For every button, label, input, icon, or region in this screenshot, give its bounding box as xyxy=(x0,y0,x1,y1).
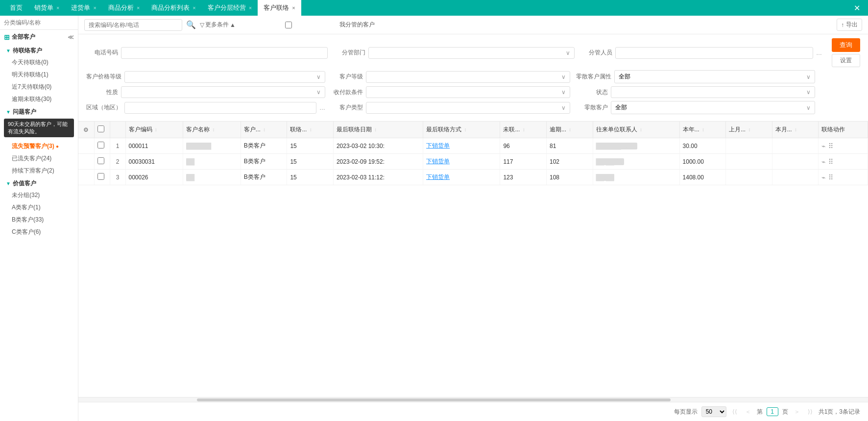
sidebar-item[interactable]: 流失预警客户(3) ● xyxy=(0,140,78,152)
sidebar-item[interactable]: B类客户(33) xyxy=(0,214,78,226)
customer-level-select[interactable]: ∨ xyxy=(366,71,570,83)
status-select[interactable]: ∨ xyxy=(611,86,815,98)
this-month-col-header[interactable]: 本月... ↕ xyxy=(772,122,819,138)
retail-customer-select[interactable]: 全部∨ xyxy=(611,101,815,114)
action-menu-icon[interactable]: ⠿ xyxy=(828,158,833,166)
nature-select[interactable]: ∨ xyxy=(121,86,325,98)
prev-page-button[interactable]: ＜ xyxy=(743,407,753,417)
table-body: 1 000011 ██████ B类客户 15 2023-03-02 10:30… xyxy=(78,138,868,185)
my-customers-check[interactable] xyxy=(240,22,338,28)
sidebar-item[interactable]: 已流失客户(24) xyxy=(0,152,78,165)
tab-close-icon[interactable]: × xyxy=(137,5,140,11)
settings-button[interactable]: 设置 xyxy=(832,54,860,67)
filter-field-phone: 电话号码 xyxy=(86,47,328,59)
action-link-icon[interactable]: ⌁ xyxy=(821,173,825,181)
sidebar-section-title-0[interactable]: ▼待联络客户 xyxy=(0,44,78,56)
per-page-select[interactable]: 50 100 200 xyxy=(701,406,726,417)
sidebar-item[interactable]: 近7天待联络(0) xyxy=(0,81,78,93)
query-button[interactable]: 查询 xyxy=(832,38,860,52)
tab-close-icon[interactable]: × xyxy=(93,5,96,11)
row-settings[interactable] xyxy=(78,170,94,185)
price-level-select[interactable]: ∨ xyxy=(124,71,325,83)
next-page-button[interactable]: ＞ xyxy=(792,407,802,417)
filter-icon: ▽ xyxy=(200,22,204,28)
row-checkbox[interactable] xyxy=(97,157,104,164)
unit-contact-col-header[interactable]: 往来单位联系人 ↕ xyxy=(593,122,679,138)
sidebar-section-title-2[interactable]: ▼价值客户 xyxy=(0,177,78,189)
row-last-method[interactable]: 下销货单 xyxy=(423,170,500,185)
region-dots[interactable]: … xyxy=(319,104,325,111)
tab-close-icon[interactable]: × xyxy=(249,5,252,11)
sidebar-section-title-1[interactable]: ▼问题客户 xyxy=(0,105,78,118)
scroll-thumb[interactable] xyxy=(197,398,671,401)
row-num: 1 xyxy=(110,138,125,154)
customer-type-select[interactable]: ∨ xyxy=(366,102,570,114)
last-date-col-header[interactable]: 最后联络日期 ↕ xyxy=(333,122,423,138)
overdue-col-header[interactable]: 逾期... ↕ xyxy=(546,122,593,138)
close-button[interactable]: ✕ xyxy=(850,3,864,13)
sidebar-search-input[interactable] xyxy=(4,19,77,26)
person-dots[interactable]: … xyxy=(816,50,822,56)
action-link-icon[interactable]: ⌁ xyxy=(821,142,825,150)
row-settings[interactable] xyxy=(78,154,94,170)
contact-col-header[interactable]: 联络... ↕ xyxy=(287,122,334,138)
all-customers-header[interactable]: ⊞ 全部客户 ≪ xyxy=(0,30,78,44)
code-col-header[interactable]: 客户编码 ↕ xyxy=(125,122,183,138)
section-tooltip: 90天未交易的客户，可能有流失风险。 xyxy=(4,119,74,137)
row-last-month xyxy=(726,138,772,154)
phone-input[interactable] xyxy=(121,47,328,59)
arrow-icon: ▼ xyxy=(6,48,11,53)
row-checkbox[interactable] xyxy=(97,173,104,180)
select-all-checkbox[interactable] xyxy=(97,125,104,132)
region-input[interactable] xyxy=(124,102,316,114)
nav-tab[interactable]: 商品分析× xyxy=(102,0,145,16)
sidebar-item[interactable]: 逾期未联络(30) xyxy=(0,93,78,105)
table-container: ⚙ 客户编码 ↕ 客户名称 ↕ 客户... ↕ 联络... ↕ 最后联络日期 ↕… xyxy=(78,122,868,397)
sidebar-item[interactable]: 明天待联络(1) xyxy=(0,69,78,81)
type-col-header[interactable]: 客户... ↕ xyxy=(241,122,287,138)
nav-tab[interactable]: 商品分析列表× xyxy=(145,0,201,16)
dept-select[interactable]: ∨ xyxy=(368,47,575,59)
first-page-button[interactable]: ⟨⟨ xyxy=(730,407,739,416)
nav-tab[interactable]: 销货单× xyxy=(28,0,65,16)
table-row: 1 000011 ██████ B类客户 15 2023-03-02 10:30… xyxy=(78,138,868,154)
row-last-method[interactable]: 下销货单 xyxy=(423,138,500,154)
sidebar-item[interactable]: 今天待联络(0) xyxy=(0,56,78,69)
last-method-col-header[interactable]: 最后联络方式 ↕ xyxy=(423,122,500,138)
tab-close-icon[interactable]: × xyxy=(56,5,59,11)
settings-col-header[interactable]: ⚙ xyxy=(78,122,94,138)
nav-tab[interactable]: 进货单× xyxy=(65,0,102,16)
my-customers-checkbox[interactable]: 我分管的客户 xyxy=(240,21,375,29)
retail-attr-select[interactable]: 全部∨ xyxy=(614,70,815,83)
this-year-col-header[interactable]: 本年... ↕ xyxy=(679,122,726,138)
action-menu-icon[interactable]: ⠿ xyxy=(828,173,833,181)
more-conditions-button[interactable]: ▽ 更多条件 ▲ xyxy=(200,21,236,29)
search-input[interactable] xyxy=(84,19,182,31)
action-link-icon[interactable]: ⌁ xyxy=(821,158,825,166)
sidebar-item[interactable]: 未分组(32) xyxy=(0,189,78,201)
export-button[interactable]: ↑ 导出 xyxy=(837,19,862,31)
row-checkbox[interactable] xyxy=(97,142,104,149)
home-tab[interactable]: 首页 xyxy=(4,0,28,16)
last-month-col-header[interactable]: 上月... ↕ xyxy=(726,122,772,138)
horizontal-scrollbar[interactable] xyxy=(78,397,868,402)
nav-tab[interactable]: 客户联络× xyxy=(258,0,301,16)
last-page-button[interactable]: ⟩⟩ xyxy=(806,407,815,416)
search-button[interactable]: 🔍 xyxy=(186,20,196,29)
person-input[interactable] xyxy=(615,47,813,59)
payment-chevron-icon: ∨ xyxy=(561,89,566,96)
name-col-header[interactable]: 客户名称 ↕ xyxy=(183,122,241,138)
tab-close-icon[interactable]: × xyxy=(193,5,195,11)
row-last-method[interactable]: 下销货单 xyxy=(423,154,500,170)
uncontacted-col-header[interactable]: 未联... ↕ xyxy=(500,122,547,138)
row-settings[interactable] xyxy=(78,138,94,154)
action-menu-icon[interactable]: ⠿ xyxy=(828,142,833,150)
nav-tab[interactable]: 客户分层经营× xyxy=(202,0,258,16)
row-overdue: 108 xyxy=(546,170,593,185)
payment-select[interactable]: ∨ xyxy=(366,86,570,98)
sidebar-item[interactable]: A类客户(1) xyxy=(0,201,78,214)
customer-type-chevron-icon: ∨ xyxy=(561,104,566,111)
sidebar-item[interactable]: 持续下滑客户(2) xyxy=(0,165,78,177)
sidebar-item[interactable]: C类客户(6) xyxy=(0,226,78,238)
tab-close-icon[interactable]: × xyxy=(292,5,295,11)
